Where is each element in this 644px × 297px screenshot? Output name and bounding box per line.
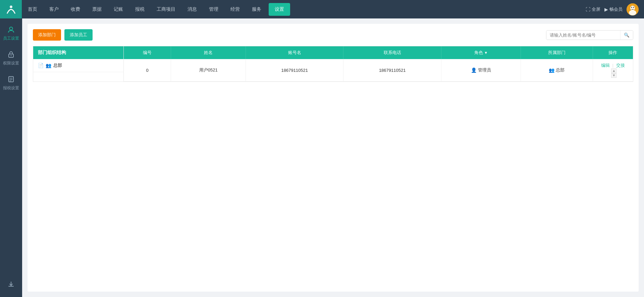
table-row: 0 用户0521 18679110521 18679110521 👤 管理员 [124, 59, 633, 82]
search-box: 🔍 [546, 30, 633, 40]
svg-point-0 [10, 5, 12, 8]
content-panel: 添加部门 添加员工 🔍 部门组织结构 📄 👥 [28, 24, 639, 292]
edit-link[interactable]: 编辑 [601, 63, 610, 68]
download-icon [7, 281, 15, 289]
col-number: 编号 [124, 46, 171, 59]
nav-item-service[interactable]: 服务 [246, 0, 267, 18]
sidebar-label-tax: 报税设置 [3, 85, 19, 91]
svg-point-5 [633, 7, 634, 8]
nav-item-manage[interactable]: 管理 [203, 0, 224, 18]
staff-table: 编号 姓名 账号名 联系电话 角色 ▼ 所属部门 操作 [124, 46, 633, 82]
sidebar-label-staff: 员工设置 [3, 36, 19, 41]
action-sep: | [612, 63, 613, 68]
cell-number: 0 [124, 59, 171, 82]
vip-label: 畅会员 [609, 6, 623, 12]
dept-tree-header: 部门组织结构 [33, 46, 123, 59]
dept-user-icon: 👥 [46, 63, 51, 68]
scroll-down-btn[interactable]: ▼ [611, 73, 616, 78]
sidebar-bottom [0, 277, 22, 297]
lock-icon [7, 51, 15, 59]
staff-icon [7, 26, 15, 34]
cell-action: 编辑 | 交接 ▲ ▼ [593, 59, 633, 82]
scroll-up-btn[interactable]: ▲ [611, 68, 616, 73]
filter-icon[interactable]: ▼ [484, 51, 488, 55]
nav-item-invoice[interactable]: 票据 [86, 0, 108, 18]
dept-user-icon-cell: 👥 [549, 67, 554, 73]
transfer-link[interactable]: 交接 [616, 63, 625, 68]
dept-tree: 部门组织结构 📄 👥 总部 [33, 46, 124, 82]
sidebar-download-btn[interactable] [0, 277, 22, 293]
col-account: 账号名 [246, 46, 343, 59]
col-role: 角色 ▼ [441, 46, 521, 59]
col-dept: 所属部门 [521, 46, 593, 59]
table-header-row: 编号 姓名 账号名 联系电话 角色 ▼ 所属部门 操作 [124, 46, 633, 59]
cell-account: 18679110521 [246, 59, 343, 82]
col-action: 操作 [593, 46, 633, 59]
toolbar-left: 添加部门 添加员工 [33, 29, 93, 41]
nav-item-bizproject[interactable]: 工商项目 [151, 0, 181, 18]
vip-btn[interactable]: ▶ 畅会员 [604, 6, 623, 12]
add-dept-button[interactable]: 添加部门 [33, 29, 61, 41]
dept-item-label: 总部 [53, 62, 62, 68]
nav-item-accounting[interactable]: 记账 [108, 0, 129, 18]
svg-point-4 [631, 7, 632, 8]
nav-right: ⛶ 全屏 ▶ 畅会员 [586, 3, 644, 15]
main-content: 添加部门 添加员工 🔍 部门组织结构 📄 👥 [22, 18, 644, 297]
toolbar: 添加部门 添加员工 🔍 [33, 29, 633, 41]
table-area: 编号 姓名 账号名 联系电话 角色 ▼ 所属部门 操作 [124, 46, 633, 82]
nav-item-settings[interactable]: 设置 [269, 3, 290, 16]
dept-tree-item-general[interactable]: 📄 👥 总部 [33, 59, 123, 72]
role-label: 管理员 [478, 67, 491, 73]
sidebar-item-staff-settings[interactable]: 员工设置 [0, 22, 22, 45]
search-button[interactable]: 🔍 [620, 31, 633, 40]
col-phone: 联系电话 [343, 46, 441, 59]
sidebar-item-tax-settings[interactable]: 报税设置 [0, 71, 22, 95]
nav-items: 首页 客户 收费 票据 记账 报税 工商项目 消息 管理 经营 服务 设置 [22, 0, 586, 18]
nav-item-tax[interactable]: 报税 [129, 0, 151, 18]
logo[interactable] [0, 0, 22, 18]
body-area: 部门组织结构 📄 👥 总部 编号 姓名 账号名 [33, 46, 633, 82]
avatar[interactable] [627, 3, 639, 15]
sidebar: 员工设置 权限设置 报税设置 [0, 18, 22, 297]
table-body: 0 用户0521 18679110521 18679110521 👤 管理员 [124, 59, 633, 82]
add-staff-button[interactable]: 添加员工 [64, 29, 93, 41]
dept-label: 总部 [556, 67, 565, 73]
cell-dept: 👥 总部 [521, 59, 593, 82]
svg-point-3 [629, 10, 636, 15]
col-name: 姓名 [171, 46, 246, 59]
layout: 员工设置 权限设置 报税设置 [0, 18, 644, 297]
sidebar-label-permission: 权限设置 [3, 60, 19, 66]
vip-icon: ▶ [604, 7, 608, 12]
nav-item-customer[interactable]: 客户 [43, 0, 65, 18]
search-input[interactable] [546, 31, 620, 40]
fullscreen-label: 全屏 [592, 6, 600, 12]
cell-phone: 18679110521 [343, 59, 441, 82]
role-user-icon: 👤 [471, 67, 477, 73]
svg-point-8 [11, 55, 12, 56]
nav-item-home[interactable]: 首页 [22, 0, 43, 18]
search-icon: 🔍 [624, 33, 630, 38]
top-nav: 首页 客户 收费 票据 记账 报税 工商项目 消息 管理 经营 服务 设置 ⛶ … [0, 0, 644, 18]
scroll-controls: ▲ ▼ [611, 68, 616, 78]
fullscreen-icon: ⛶ [586, 7, 590, 12]
nav-item-operation[interactable]: 经营 [224, 0, 246, 18]
file-icon: 📄 [38, 63, 44, 68]
cell-role: 👤 管理员 [441, 59, 521, 82]
fullscreen-btn[interactable]: ⛶ 全屏 [586, 6, 600, 12]
svg-point-6 [10, 27, 13, 30]
sidebar-item-permission-settings[interactable]: 权限设置 [0, 47, 22, 70]
tax-icon [7, 76, 15, 84]
nav-item-fee[interactable]: 收费 [65, 0, 86, 18]
nav-item-message[interactable]: 消息 [181, 0, 203, 18]
cell-name: 用户0521 [171, 59, 246, 82]
